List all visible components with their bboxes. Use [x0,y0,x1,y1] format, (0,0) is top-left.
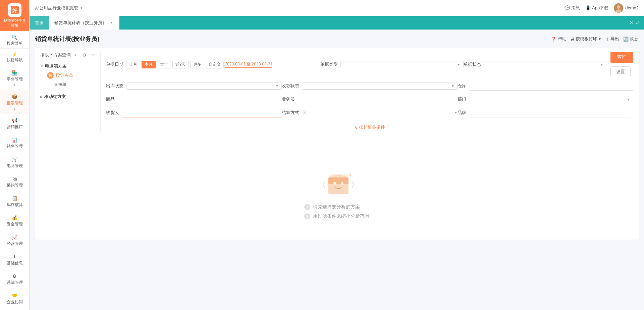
step-1-badge: 1 [304,204,310,210]
goods-label: 商品 [106,96,115,102]
refresh-icon: 🔄 [623,37,629,42]
collapse-label: 收起更多条件 [359,124,385,130]
sidebar-item-sales[interactable]: 📊 销售管理 [0,133,29,153]
brand-more-btn[interactable]: ... [630,111,633,115]
export-btn[interactable]: ⬆ 导出 [605,36,619,42]
salesperson-more-btn[interactable]: ... [454,97,458,101]
sidebar: 好 畅捷通好生意 标版 🔍 搜索菜单 ⚡ 快捷导航 🏪 零售管理 ▼ 📦 批发管… [0,0,30,310]
sidebar-label: 批发管理 [7,100,23,106]
consignee-filter: 收货人 ... [106,108,282,117]
sidebar-item-basic-info[interactable]: ℹ 基础信息 [0,250,29,269]
help-btn[interactable]: ❓ 帮助 [551,36,567,42]
date-custom-btn[interactable]: 自定义 [206,61,224,68]
pc-scheme-label[interactable]: ▼ 电脑端方案 [40,62,96,70]
tab-maximize-btn[interactable]: ⤢ [636,20,640,25]
tab-sales-stats[interactable]: 销货单统计表（按业务员） × [49,16,119,30]
receipt-status-filter: 收款状态 ▼ [282,83,458,90]
sidebar-label: 电商管理 [7,163,23,169]
date-label: 单据日期 [106,61,123,67]
add-scheme-btn[interactable]: + [72,52,79,58]
department-label: 部门 [458,96,466,102]
sidebar-label: 系统管理 [7,280,23,286]
collapse-sidebar-btn[interactable]: « [90,52,96,58]
sidebar-item-purchase[interactable]: 🛍 采购管理 [0,172,29,192]
main-content: 办公用品行业模拟账套 ▼ 💬 消息 📱 App下载 [30,0,644,310]
bill-status-filter: 单据状态 ▼ [464,61,606,68]
consignee-control: ... [122,108,282,117]
department-select[interactable]: ▼ [469,96,633,103]
sidebar-item-enterprise[interactable]: 🤝 企业协同 [0,289,29,308]
payment-tag-close[interactable]: × [303,111,305,114]
date-range-display: 2023-03-01 至 2023-03-31 [225,61,272,68]
receipt-status-control: ▼ [302,83,458,90]
pc-scheme-group: ▼ 电脑端方案 按 按业务员 ⊞ 按单 [40,62,96,89]
sidebar-item-newbie[interactable]: 🎯 新手引导 [0,308,29,310]
brand-input[interactable] [469,109,630,116]
sidebar-item-system[interactable]: ⚙ 系统管理 [0,269,29,289]
filter-row-2: 出库状态 ▼ 收款状态 [106,81,633,91]
tabs-bar: 首页 销货单统计表（按业务员） × × ⤢ [30,16,644,30]
bill-scheme-item[interactable]: ⊞ 按单 [40,81,96,89]
date-this-month-btn[interactable]: 本月 [142,61,156,68]
warehouse-filter: 仓库 ... [458,81,633,91]
collapse-conditions-row[interactable]: ∧ 收起更多条件 [106,121,633,132]
goods-more-btn[interactable]: ... [279,97,282,101]
goods-input[interactable] [117,95,279,103]
sidebar-search-btn[interactable]: 🔍 搜索菜单 [0,31,29,49]
scheme-settings-btn[interactable]: ⚙ [81,52,88,58]
avatar [614,3,623,13]
sidebar-logo-text: 畅捷通好生意 标版 [4,18,26,28]
tab-home[interactable]: 首页 [30,16,49,30]
sidebar-quick-nav[interactable]: ⚡ 快捷导航 [0,49,29,66]
tab-close-icon[interactable]: × [109,20,114,25]
warehouse-input[interactable] [469,82,630,90]
payment-tag[interactable]: × [302,110,307,115]
sidebar-item-inventory[interactable]: 📋 库存核算 [0,192,29,211]
date-last-month-btn[interactable]: 上月 [126,61,140,68]
salesperson-scheme-item[interactable]: 按 按业务员 [40,70,96,81]
consignee-input[interactable] [122,109,279,116]
step-2-badge: 2 [304,213,310,219]
sidebar-item-operations[interactable]: 📈 经营管理 [0,230,29,250]
warehouse-more-btn[interactable]: ... [630,84,633,88]
form-btn-group: 查询 设置 [606,52,633,77]
home-tab-label: 首页 [35,20,44,26]
date-this-year-btn[interactable]: 本年 [157,61,171,68]
salesperson-input[interactable] [298,95,454,103]
bill-type-label: 单据类型 [320,61,338,67]
app-download-btn[interactable]: 📱 App下载 [585,5,608,11]
date-more-btn[interactable]: 更多 [190,61,204,68]
sidebar-item-finance[interactable]: 💰 资金管理 [0,211,29,230]
out-status-select[interactable]: ▼ [126,83,282,90]
tab-minimize-btn[interactable]: × [630,20,633,25]
filter-row-3: 商品 ... 业务员 [106,95,633,104]
bill-type-filter: 单据类型 ▼ [320,61,463,68]
consignee-label: 收货人 [106,110,119,116]
user-menu[interactable]: demo2 [614,3,639,13]
mobile-scheme-label[interactable]: ▶ 移动端方案 [40,92,96,101]
brand-filter: 品牌 ... [458,108,633,117]
bill-type-select[interactable]: ▼ [340,61,463,68]
receipt-status-select[interactable]: ▼ [302,83,458,90]
settings-button[interactable]: 设置 [610,66,631,77]
bill-status-select[interactable]: ▼ [484,61,606,68]
sidebar-item-retail[interactable]: 🏪 零售管理 ▼ [0,66,29,90]
sidebar-logo[interactable]: 好 畅捷通好生意 标版 [0,0,29,31]
filter-row-1: 单据日期 上月 本月 本年 近7天 更多 自定义 2023-03-01 至 20… [106,52,633,77]
logo-icon: 好 [8,3,21,17]
sidebar-item-ecommerce[interactable]: 🛒 电商管理 [0,153,29,172]
date-last7-btn[interactable]: 近7天 [172,61,189,68]
svg-point-3 [617,5,620,9]
refresh-btn[interactable]: 🔄 刷新 [623,36,639,42]
content-area: 按以下方案查询 + ⚙ « ▼ 电脑端方案 [35,48,639,240]
sidebar-item-marketing[interactable]: 📢 营销推广 [0,114,29,133]
template-print-btn[interactable]: 🖨 按模板打印 ▼ [571,36,601,42]
message-icon: 💬 [565,5,570,10]
query-button[interactable]: 查询 [610,52,633,63]
sidebar-item-wholesale[interactable]: 📦 批发管理 ▲ [0,90,29,114]
help-icon: ❓ [551,37,556,42]
company-selector[interactable]: 办公用品行业模拟账套 ▼ [35,5,83,11]
svg-text:好: 好 [12,8,17,13]
consignee-more-btn[interactable]: ... [279,111,282,115]
message-btn[interactable]: 💬 消息 [565,5,580,11]
